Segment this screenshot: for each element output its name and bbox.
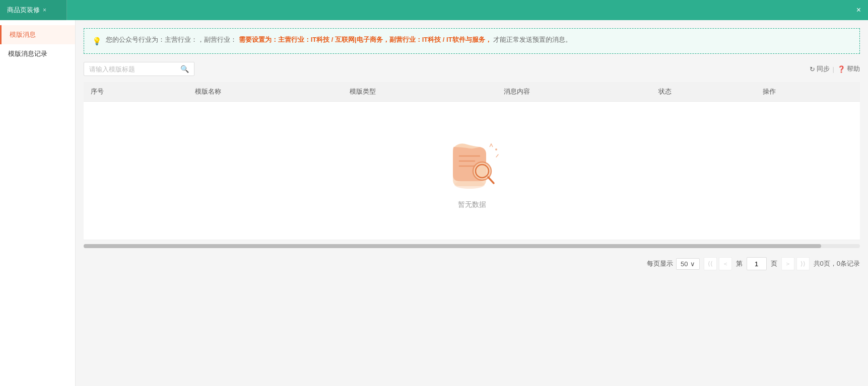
toolbar-divider: |: [833, 65, 834, 73]
page-size-select: 每页显示 50 ∨: [647, 258, 699, 270]
chevron-down-icon: ∨: [690, 260, 695, 268]
sidebar-item-template-msg[interactable]: 模版消息: [0, 25, 75, 44]
sidebar-item-template-record[interactable]: 模版消息记录: [0, 44, 75, 63]
table-header-row: 序号模版名称模版类型消息内容状态操作: [84, 82, 860, 102]
page-nav: ⟨⟨ ＜ 第 页 ＞ ⟩⟩: [704, 257, 810, 270]
table-body: 暂无数据: [84, 102, 860, 240]
table-header: 序号模版名称模版类型消息内容状态操作: [84, 82, 860, 102]
sync-button[interactable]: ↻ 同步: [810, 64, 830, 73]
col-header-status: 状态: [651, 82, 756, 102]
empty-icon: [442, 132, 502, 192]
empty-text: 暂无数据: [458, 200, 486, 209]
tab-bar: 首页微商城店铺设置×商品分类设置×首页装修×商品页装修×店铺主题×开通公众号商城…: [0, 0, 868, 20]
notice-icon: 💡: [92, 35, 102, 47]
pagination: 每页显示 50 ∨ ⟨⟨ ＜ 第 页 ＞ ⟩⟩ 共0页，0条记录: [84, 252, 860, 275]
page-next-button[interactable]: ＞: [781, 257, 794, 270]
sync-label: 同步: [817, 64, 830, 73]
help-icon: ❓: [837, 65, 845, 73]
tab-close-product-page[interactable]: ×: [43, 7, 46, 14]
toolbar: 🔍 ↻ 同步 | ❓ 帮助: [84, 62, 860, 76]
tab-product-page[interactable]: 商品页装修×: [0, 0, 67, 20]
col-header-index: 序号: [84, 82, 188, 102]
page-number-input[interactable]: [747, 257, 767, 270]
page-size-dropdown[interactable]: 50 ∨: [676, 258, 699, 270]
search-icon[interactable]: 🔍: [180, 65, 189, 73]
page-first-button[interactable]: ⟨⟨: [704, 257, 717, 270]
svg-point-7: [495, 148, 497, 150]
help-label: 帮助: [847, 64, 860, 73]
page-prev-button[interactable]: ＜: [719, 257, 732, 270]
sync-icon: ↻: [810, 65, 815, 73]
notice-suffix: 才能正常发送预置的消息。: [493, 36, 572, 43]
col-header-action: 操作: [756, 82, 860, 102]
search-box: 🔍: [84, 62, 194, 76]
col-header-name: 模版名称: [188, 82, 343, 102]
notice-bar: 💡 您的公众号行业为：主营行业：，副营行业： 需要设置为：主营行业：IT科技 /…: [84, 28, 860, 54]
page-unit: 页: [771, 259, 777, 268]
toolbar-right: ↻ 同步 | ❓ 帮助: [810, 64, 860, 73]
tabs-container: 首页微商城店铺设置×商品分类设置×首页装修×商品页装修×店铺主题×开通公众号商城…: [0, 0, 67, 20]
sidebar: 模版消息模版消息记录: [0, 20, 76, 386]
page-last-button[interactable]: ⟩⟩: [796, 257, 810, 270]
search-input[interactable]: [89, 65, 180, 73]
page-total: 共0页，0条记录: [814, 259, 860, 268]
page-size-label: 每页显示: [647, 259, 673, 268]
help-button[interactable]: ❓ 帮助: [837, 64, 860, 73]
svg-line-6: [488, 177, 494, 183]
page-size-value: 50: [681, 260, 688, 268]
global-close-button[interactable]: ×: [849, 6, 868, 15]
sidebar-container: 模版消息模版消息记录: [0, 25, 75, 63]
scroll-thumb: [84, 244, 821, 248]
data-table: 序号模版名称模版类型消息内容状态操作: [84, 82, 860, 240]
content-area: 💡 您的公众号行业为：主营行业：，副营行业： 需要设置为：主营行业：IT科技 /…: [76, 20, 868, 386]
page-label: 第: [736, 259, 743, 268]
scroll-track[interactable]: [84, 244, 860, 248]
notice-prefix: 您的公众号行业为：主营行业：，副营行业：: [106, 36, 237, 43]
notice-highlight: 需要设置为：主营行业：IT科技 / 互联网|电子商务，副营行业：IT科技 / I…: [239, 36, 492, 43]
table-row: 暂无数据: [84, 102, 860, 240]
main-layout: 模版消息模版消息记录 💡 您的公众号行业为：主营行业：，副营行业： 需要设置为：…: [0, 20, 868, 386]
empty-state: 暂无数据: [84, 102, 860, 240]
notice-text: 您的公众号行业为：主营行业：，副营行业： 需要设置为：主营行业：IT科技 / 互…: [106, 35, 572, 45]
col-header-type: 模版类型: [343, 82, 497, 102]
col-header-content: 消息内容: [497, 82, 651, 102]
